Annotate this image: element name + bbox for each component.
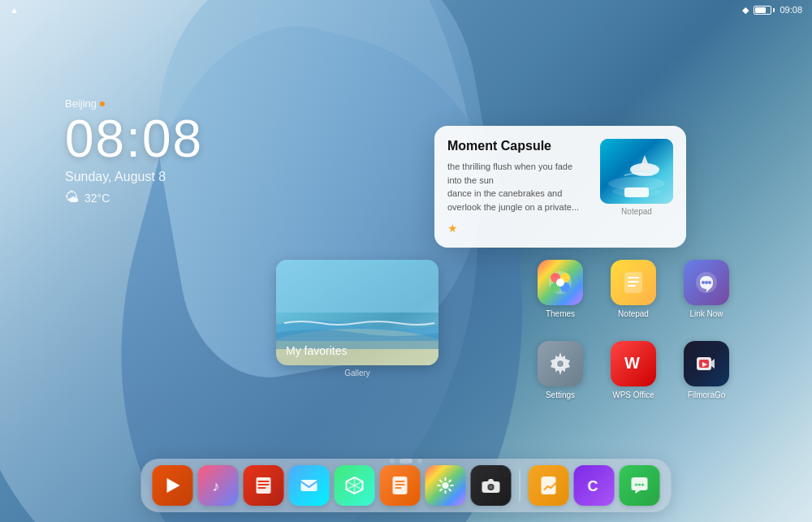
svg-rect-34 (258, 487, 266, 489)
dock-divider (520, 469, 520, 502)
svg-point-59 (638, 484, 641, 486)
temperature: 32°C (84, 192, 110, 205)
app-label-filmora: FilmoraGo (688, 390, 726, 399)
svg-line-52 (440, 489, 443, 491)
dock-docs[interactable] (380, 465, 421, 506)
svg-point-1 (608, 177, 665, 190)
gallery-card[interactable]: My favorites (276, 260, 438, 365)
dock-mail[interactable] (289, 465, 330, 506)
status-right: ◆ 09:08 (742, 5, 802, 15)
svg-line-49 (440, 480, 443, 482)
status-bar: ▲ ◆ 09:08 (0, 0, 812, 19)
notepad-text: the thrilling flush when you fadeinto th… (447, 160, 590, 214)
signal-icon: ▲ (10, 5, 19, 15)
clock-time: 08:08 (65, 113, 203, 165)
svg-marker-26 (711, 359, 715, 369)
app-label-themes: Themes (546, 309, 575, 318)
app-icon-wps[interactable]: W (611, 341, 656, 386)
svg-point-20 (705, 281, 708, 284)
weather-icon: 🌤 (65, 189, 80, 206)
app-item-notepad[interactable]: Notepad (601, 260, 666, 333)
app-icon-themes[interactable] (538, 260, 583, 305)
app-item-themes[interactable]: Themes (528, 260, 593, 333)
dock: ♪ (141, 459, 672, 512)
app-label-settings: Settings (546, 390, 575, 399)
dock-music[interactable]: ♪ (198, 465, 239, 506)
dock-books[interactable] (244, 465, 284, 506)
svg-rect-17 (628, 285, 636, 287)
gallery-widget[interactable]: My favorites Gallery (276, 260, 438, 377)
app-icon-filmora[interactable] (684, 341, 729, 386)
city-name: Beijing (65, 97, 97, 110)
app-item-linknow[interactable]: Link Now (674, 260, 739, 333)
svg-rect-41 (395, 481, 405, 482)
notepad-content: Moment Capsule the thrilling flush when … (447, 139, 590, 235)
wifi-icon: ◆ (742, 5, 749, 15)
dock-canva[interactable]: C (574, 465, 615, 506)
city-row: Beijing (65, 97, 203, 110)
notepad-app-label: Notepad (621, 207, 652, 216)
svg-marker-29 (167, 478, 180, 493)
dock-ar[interactable] (335, 465, 375, 506)
svg-point-2 (612, 187, 661, 196)
svg-text:C: C (588, 478, 598, 494)
notepad-title: Moment Capsule (447, 139, 590, 153)
svg-point-55 (489, 485, 493, 490)
app-icon-linknow[interactable] (684, 260, 729, 305)
status-left: ▲ (10, 5, 19, 15)
status-time: 09:08 (780, 5, 802, 15)
dock-messages[interactable] (620, 465, 660, 506)
app-item-filmora[interactable]: FilmoraGo (674, 341, 739, 414)
svg-rect-16 (628, 281, 639, 283)
svg-point-13 (556, 278, 564, 287)
notepad-image-area: Notepad (600, 139, 673, 235)
svg-text:♪: ♪ (213, 478, 220, 494)
dock-photos[interactable] (425, 465, 466, 506)
svg-rect-33 (258, 484, 270, 485)
clock-area: Beijing 08:08 Sunday, August 8 🌤 32°C (65, 97, 203, 206)
app-label-linknow: Link Now (689, 309, 723, 318)
svg-rect-43 (395, 487, 402, 489)
app-icon-settings[interactable] (538, 341, 583, 386)
notepad-star: ★ (447, 222, 590, 235)
dock-camera[interactable] (471, 465, 512, 506)
clock-date: Sunday, August 8 (65, 170, 203, 184)
dock-notes[interactable] (529, 465, 569, 506)
app-label-notepad: Notepad (618, 309, 649, 318)
gallery-inner-label: My favorites (286, 344, 347, 357)
svg-rect-15 (628, 277, 639, 278)
app-item-settings[interactable]: Settings (528, 341, 593, 414)
svg-point-23 (557, 360, 564, 367)
app-grid: Themes Notepad Link Now (528, 260, 739, 414)
app-item-wps[interactable]: W WPS Office (601, 341, 666, 414)
app-label-wps: WPS Office (612, 390, 654, 399)
notepad-thumbnail (600, 139, 673, 204)
gallery-outer-label: Gallery (276, 369, 438, 377)
notepad-card[interactable]: Moment Capsule the thrilling flush when … (434, 126, 686, 248)
dock-video-player[interactable] (153, 465, 193, 506)
svg-point-21 (708, 281, 711, 284)
city-dot (100, 101, 105, 106)
battery-indicator (754, 6, 775, 15)
svg-text:W: W (624, 354, 640, 372)
svg-point-44 (443, 482, 449, 489)
svg-rect-42 (395, 484, 405, 485)
app-icon-notepad[interactable] (611, 260, 656, 305)
svg-point-19 (702, 281, 705, 284)
svg-rect-32 (258, 481, 270, 482)
svg-rect-35 (301, 480, 317, 491)
svg-point-60 (641, 484, 644, 486)
svg-point-58 (635, 484, 637, 486)
svg-rect-6 (276, 260, 438, 313)
svg-line-50 (449, 489, 451, 491)
svg-line-51 (449, 480, 451, 482)
weather-row: 🌤 32°C (65, 189, 203, 206)
